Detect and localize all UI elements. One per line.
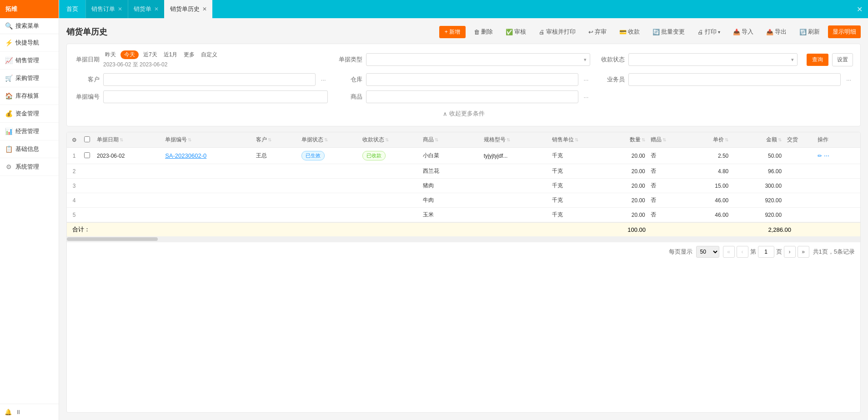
sidebar-item-finance[interactable]: 💰 资金管理 — [0, 105, 59, 123]
row-goods: 小白菜 — [420, 148, 481, 164]
delete-button[interactable]: 🗑 删除 — [469, 25, 497, 38]
warehouse-input[interactable] — [366, 73, 578, 86]
staff-dots[interactable]: ··· — [844, 76, 853, 83]
select-all-checkbox[interactable] — [84, 136, 90, 142]
staff-input[interactable] — [628, 73, 841, 86]
query-button[interactable]: 查询 — [807, 54, 828, 66]
col-settings[interactable]: ⚙ — [67, 132, 81, 148]
batch-change-icon: 🔄 — [652, 29, 660, 35]
collect-status-select[interactable] — [628, 53, 798, 66]
abandon-button[interactable]: ↩ 弃审 — [584, 25, 611, 38]
row-deal — [784, 164, 815, 179]
filter-goods: 商品 ··· — [337, 90, 591, 103]
col-collect-status[interactable]: 收款状态⇅ — [360, 132, 420, 148]
export-button[interactable]: 📤 导出 — [762, 25, 791, 38]
settings-button[interactable]: 设置 — [832, 53, 853, 66]
new-button[interactable]: + 新增 — [439, 26, 466, 38]
col-goods[interactable]: 商品⇅ — [420, 132, 481, 148]
tab-close-sales-history[interactable]: ✕ — [202, 6, 207, 12]
show-detail-button[interactable]: 显示明细 — [828, 25, 861, 38]
row-amount: 300.00 — [731, 179, 784, 193]
row-checkbox[interactable] — [84, 152, 90, 158]
customer-dots[interactable]: ··· — [319, 76, 328, 83]
print-button[interactable]: 🖨 打印 ▾ — [693, 25, 725, 38]
col-doc-no[interactable]: 单据编号⇅ — [162, 132, 253, 148]
sidebar-item-basic-info[interactable]: 📋 基础信息 — [0, 140, 59, 158]
col-doc-status[interactable]: 单据状态⇅ — [299, 132, 359, 148]
sales-icon: 📈 — [5, 56, 13, 65]
per-page-select[interactable]: 50 100 200 — [696, 246, 719, 258]
collapse-icon: ∧ — [443, 110, 447, 117]
date-tabs: 昨天 今天 近7天 近1月 更多 自定义 — [103, 50, 219, 59]
date-tab-7days[interactable]: 近7天 — [141, 50, 159, 59]
page-last-btn[interactable]: » — [798, 246, 809, 258]
row-checkbox-cell — [81, 179, 94, 193]
sidebar-item-sales-mgmt[interactable]: 📈 销售管理 — [0, 52, 59, 70]
collect-button[interactable]: 💳 收款 — [615, 25, 644, 38]
date-tab-1month[interactable]: 近1月 — [162, 50, 180, 59]
row-collect-status — [360, 179, 420, 193]
col-doc-date[interactable]: 单据日期⇅ — [94, 132, 162, 148]
page-next-btn[interactable]: › — [784, 246, 796, 258]
tab-sales-order[interactable]: 销售订单 ✕ — [85, 0, 128, 18]
filter-customer: 客户 ··· — [74, 73, 328, 86]
tab-sales-history[interactable]: 销货单历史 ✕ — [164, 0, 212, 18]
row-num-cell: 4 — [67, 193, 81, 208]
date-tab-more[interactable]: 更多 — [182, 50, 196, 59]
col-deal: 交货 — [784, 132, 815, 148]
sidebar-item-quick-nav[interactable]: ⚡ 快捷导航 — [0, 34, 59, 52]
col-spec-type[interactable]: 规格型号⇅ — [481, 132, 549, 148]
import-button[interactable]: 📥 导入 — [728, 25, 758, 38]
scroll-thumb — [67, 237, 158, 241]
tab-home[interactable]: 首页 — [59, 0, 85, 18]
col-customer[interactable]: 客户⇅ — [253, 132, 299, 148]
filter-row-3: 单据编号 商品 ··· — [74, 90, 853, 103]
date-tab-today[interactable]: 今天 — [120, 50, 139, 59]
date-tab-yesterday[interactable]: 昨天 — [103, 50, 118, 59]
goods-input[interactable] — [366, 90, 578, 103]
tab-sales-delivery[interactable]: 销货单 ✕ — [128, 0, 164, 18]
edit-action-btn[interactable]: ✏ — [818, 153, 822, 159]
content-area: 销货单历史 + 新增 🗑 删除 ✅ 审核 🖨 审核并打印 ↩ 弃审 — [59, 18, 868, 420]
col-sales-unit[interactable]: 销售单位⇅ — [549, 132, 602, 148]
row-customer — [253, 208, 299, 222]
doc-no-link[interactable]: SA-20230602-0 — [165, 152, 206, 159]
col-unit-price[interactable]: 单价⇅ — [686, 132, 731, 148]
doc-type-select[interactable] — [366, 53, 591, 66]
tab-close-sales-delivery[interactable]: ✕ — [154, 6, 159, 12]
goods-label: 商品 — [337, 93, 362, 101]
doc-no-input[interactable] — [103, 90, 328, 103]
warehouse-dots[interactable]: ··· — [582, 76, 591, 83]
collapse-btn[interactable]: ∧ 收起更多条件 — [74, 108, 853, 120]
sidebar-bottom-icon1[interactable]: 🔔 — [5, 409, 12, 415]
page-prev-btn[interactable]: ‹ — [737, 246, 748, 258]
goods-dots[interactable]: ··· — [582, 94, 591, 100]
tab-close-sales-order[interactable]: ✕ — [118, 6, 122, 12]
row-action — [815, 179, 860, 193]
refresh-button[interactable]: 🔃 刷新 — [795, 25, 824, 38]
scroll-bar[interactable] — [67, 236, 860, 242]
row-gift: 否 — [648, 179, 686, 193]
sidebar-bottom-icon2[interactable]: ⏸ — [15, 409, 21, 415]
page-first-btn[interactable]: « — [723, 246, 735, 258]
col-amount[interactable]: 金额⇅ — [731, 132, 784, 148]
col-gift[interactable]: 赠品⇅ — [648, 132, 686, 148]
sidebar-item-inventory[interactable]: 🏠 库存核算 — [0, 87, 59, 105]
audit-print-button[interactable]: 🖨 审核并打印 — [534, 25, 580, 38]
table-row: 2 西兰花 千克 20.00 否 4.80 96.00 — [67, 164, 860, 179]
sidebar-item-search-menu[interactable]: 🔍 搜索菜单 — [0, 18, 59, 34]
sidebar-item-sys-mgmt[interactable]: ⚙ 系统管理 — [0, 158, 59, 176]
more-action-btn[interactable]: ⋯ — [824, 153, 829, 159]
close-window-btn[interactable]: ✕ — [851, 5, 868, 14]
customer-input[interactable] — [103, 73, 316, 86]
audit-button[interactable]: ✅ 审核 — [501, 25, 531, 38]
col-qty[interactable]: 数量⇅ — [602, 132, 648, 148]
row-collect-status: 已收款 — [360, 148, 420, 164]
sidebar-item-operations[interactable]: 📊 经营管理 — [0, 123, 59, 140]
pagination: 每页显示 50 100 200 « ‹ 第 1 页 › » 共1页，5条记录 — [67, 242, 860, 261]
batch-change-button[interactable]: 🔄 批量变更 — [648, 25, 689, 38]
sidebar-item-purchase-mgmt[interactable]: 🛒 采购管理 — [0, 70, 59, 87]
table-head: ⚙ 单据日期⇅ 单据编号⇅ 客户⇅ 单据状态⇅ 收款状态⇅ 商品⇅ 规格型号⇅ … — [67, 132, 860, 148]
page-number-input[interactable]: 1 — [758, 246, 774, 258]
date-tab-custom[interactable]: 自定义 — [199, 50, 219, 59]
